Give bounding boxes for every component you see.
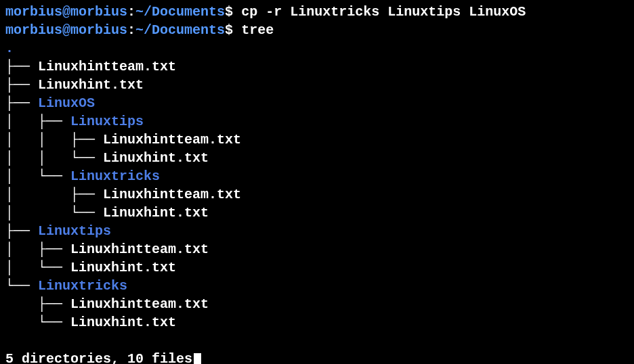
tree-line: ├── Linuxhint.txt [5,76,629,94]
tree-branch-chars: ├── [5,77,38,93]
file-name: Linuxhintteam.txt [38,59,176,74]
prompt-line-2: morbius@morbius:~/Documents$ tree [5,21,629,39]
tree-branch-chars: │ ├── [5,187,103,202]
directory-name: Linuxtricks [70,168,160,184]
tree-line: ├── LinuxOS [5,94,629,112]
tree-branch-chars: │ ├── [5,114,70,129]
command-2: tree [241,22,274,38]
tree-branch-chars: ├── [5,296,70,312]
tree-branch-chars: │ └── [5,168,70,184]
tree-line: │ │ └── Linuxhint.txt [5,149,629,167]
tree-line: ├── Linuxhintteam.txt [5,58,629,76]
file-name: Linuxhintteam.txt [70,242,209,257]
tree-line: ├── Linuxtips [5,222,629,240]
file-name: Linuxhint.txt [70,315,176,330]
file-name: Linuxhint.txt [103,150,209,166]
tree-line: │ │ ├── Linuxhintteam.txt [5,131,629,149]
prompt-user-host-2: morbius@morbius [5,22,127,38]
tree-branch-chars: │ └── [5,205,103,221]
tree-line: │ ├── Linuxtips [5,112,629,131]
file-name: Linuxhintteam.txt [103,132,241,147]
file-name: Linuxhintteam.txt [103,187,241,202]
tree-branch-chars: │ └── [5,260,70,275]
prompt-line-1: morbius@morbius:~/Documents$ cp -r Linux… [5,3,629,21]
tree-branch-chars: └── [5,278,38,294]
tree-line: │ ├── Linuxhintteam.txt [5,240,629,258]
prompt-dollar-1: $ [225,4,233,20]
tree-branch-chars: │ ├── [5,242,70,257]
tree-line: ├── Linuxhintteam.txt [5,295,629,313]
tree-line: │ ├── Linuxhintteam.txt [5,185,629,204]
prompt-user-host-1: morbius@morbius [5,4,127,20]
terminal-cursor [194,353,201,364]
directory-name: LinuxOS [38,95,95,111]
prompt-path-2: ~/Documents [135,22,225,38]
tree-branch-chars: ├── [5,95,38,111]
file-name: Linuxhint.txt [103,205,209,221]
tree-line: │ └── Linuxtricks [5,167,629,185]
directory-name: Linuxtips [70,114,144,129]
tree-branch-chars: ├── [5,223,38,239]
tree-blank [5,332,629,350]
tree-line: │ └── Linuxhint.txt [5,258,629,277]
file-name: Linuxhint.txt [70,260,176,275]
file-name: Linuxhint.txt [38,77,144,93]
tree-branch-chars: └── [5,315,70,330]
tree-root-dot: . [5,39,629,58]
directory-name: Linuxtips [38,223,111,239]
file-name: Linuxhintteam.txt [70,296,209,312]
prompt-path-1: ~/Documents [135,4,225,20]
tree-summary: 5 directories, 10 files [5,350,629,364]
tree-branch-chars: │ │ └── [5,150,103,166]
tree-branch-chars: │ │ ├── [5,132,103,147]
tree-branch-chars: ├── [5,59,38,74]
command-1: cp -r Linuxtricks Linuxtips LinuxOS [241,4,526,20]
tree-line: └── Linuxhint.txt [5,313,629,332]
tree-line: └── Linuxtricks [5,277,629,295]
tree-line: │ └── Linuxhint.txt [5,204,629,222]
prompt-dollar-2: $ [225,22,233,38]
directory-name: Linuxtricks [38,278,127,294]
